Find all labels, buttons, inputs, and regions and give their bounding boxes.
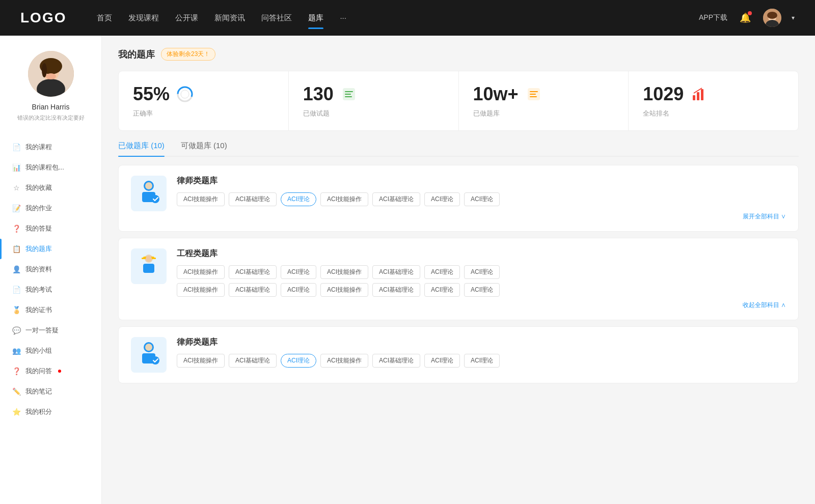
sidebar-item-exam[interactable]: 📄 我的考试	[0, 279, 101, 300]
nav-more[interactable]: ···	[340, 11, 346, 25]
stats-row: 55% 正确率 130	[118, 71, 799, 131]
stat-label-correct: 正确率	[133, 109, 274, 118]
tag-3-4[interactable]: ACI技能操作	[320, 354, 368, 368]
tag-3-3[interactable]: ACI理论	[281, 354, 316, 368]
user-menu-chevron[interactable]: ▾	[792, 14, 795, 21]
nav-open-course[interactable]: 公开课	[175, 11, 198, 25]
qbank-tags-2-row1: ACI技能操作 ACI基础理论 ACI理论 ACI技能操作 ACI基础理论 AC…	[177, 265, 786, 279]
sidebar-item-one-on-one[interactable]: 💬 一对一答疑	[0, 320, 101, 341]
trial-badge: 体验剩余23天！	[161, 48, 215, 61]
svg-point-32	[146, 256, 152, 262]
logo: LOGO	[20, 10, 66, 26]
tag-2-1-6[interactable]: ACI理论	[424, 265, 460, 279]
sidebar-item-course-package[interactable]: 📊 我的课程包...	[0, 157, 101, 178]
main-content: 我的题库 体验剩余23天！ 55% 正确率	[102, 36, 815, 504]
qbank-icon-lawyer-3	[131, 337, 167, 373]
pie-chart-icon	[176, 85, 194, 103]
tag-2-1-5[interactable]: ACI基础理论	[372, 265, 420, 279]
sidebar-item-label: 我的课程	[25, 143, 52, 152]
tag-3-2[interactable]: ACI基础理论	[229, 354, 277, 368]
profile-icon: 👤	[12, 265, 20, 273]
app-download-button[interactable]: APP下载	[699, 13, 727, 22]
tag-2-2-7[interactable]: ACI理论	[464, 283, 500, 297]
favorites-icon: ☆	[12, 184, 20, 192]
tag-1-5[interactable]: ACI基础理论	[372, 192, 420, 206]
qbank-tags-2-row2: ACI技能操作 ACI基础理论 ACI理论 ACI技能操作 ACI基础理论 AC…	[177, 283, 786, 297]
stat-label-ranking: 全站排名	[643, 109, 784, 118]
user-avatar-header[interactable]	[763, 9, 781, 27]
sidebar-item-label: 我的资料	[25, 265, 52, 274]
tag-2-2-5[interactable]: ACI基础理论	[372, 283, 420, 297]
tabs-row: 已做题库 (10) 可做题库 (10)	[118, 141, 799, 157]
stat-top: 130	[303, 83, 444, 105]
course-icon: 📄	[12, 143, 20, 151]
sidebar-item-homework[interactable]: 📝 我的作业	[0, 198, 101, 218]
tag-1-7[interactable]: ACI理论	[464, 192, 500, 206]
tag-1-4[interactable]: ACI技能操作	[320, 192, 368, 206]
svg-rect-16	[345, 96, 352, 97]
tab-available[interactable]: 可做题库 (10)	[181, 141, 227, 156]
notification-badge	[748, 11, 752, 15]
expand-link-1[interactable]: 展开全部科目 ∨	[177, 210, 786, 221]
course-package-icon: 📊	[12, 163, 20, 172]
sidebar: Brian Harris 错误的决定比没有决定要好 📄 我的课程 📊 我的课程包…	[0, 36, 102, 504]
tag-2-2-1[interactable]: ACI技能操作	[177, 283, 225, 297]
tag-2-1-1[interactable]: ACI技能操作	[177, 265, 225, 279]
sidebar-item-qa[interactable]: ❓ 我的答疑	[0, 218, 101, 239]
sidebar-item-label: 我的作业	[25, 204, 52, 213]
tag-2-2-4[interactable]: ACI技能操作	[320, 283, 368, 297]
nav-discover[interactable]: 发现课程	[128, 11, 159, 25]
sidebar-item-points[interactable]: ⭐ 我的积分	[0, 402, 101, 422]
sidebar-item-question-bank[interactable]: 📋 我的题库	[0, 239, 101, 259]
collapse-link-2[interactable]: 收起全部科目 ∧	[177, 301, 786, 310]
sidebar-item-certificate[interactable]: 🏅 我的证书	[0, 300, 101, 320]
qbank-card-3: 律师类题库 ACI技能操作 ACI基础理论 ACI理论 ACI技能操作 ACI基…	[118, 326, 799, 383]
tag-1-1[interactable]: ACI技能操作	[177, 192, 225, 206]
qbank-content-2: 工程类题库 ACI技能操作 ACI基础理论 ACI理论 ACI技能操作 ACI基…	[177, 248, 786, 310]
tag-1-2[interactable]: ACI基础理论	[229, 192, 277, 206]
points-icon: ⭐	[12, 408, 20, 416]
tag-2-2-3[interactable]: ACI理论	[281, 283, 316, 297]
tag-2-1-7[interactable]: ACI理论	[464, 265, 500, 279]
svg-point-7	[42, 63, 47, 77]
nav-qa[interactable]: 问答社区	[261, 11, 292, 25]
tag-3-6[interactable]: ACI理论	[424, 354, 460, 368]
tag-2-1-2[interactable]: ACI基础理论	[229, 265, 277, 279]
sidebar-item-label: 我的证书	[25, 305, 52, 315]
notification-bell[interactable]	[738, 10, 753, 25]
tag-3-1[interactable]: ACI技能操作	[177, 354, 225, 368]
tag-3-7[interactable]: ACI理论	[464, 354, 500, 368]
qbank-tags-3: ACI技能操作 ACI基础理论 ACI理论 ACI技能操作 ACI基础理论 AC…	[177, 354, 786, 368]
tag-2-2-6[interactable]: ACI理论	[424, 283, 460, 297]
qbank-title-2: 工程类题库	[177, 248, 786, 259]
tag-2-1-4[interactable]: ACI技能操作	[320, 265, 368, 279]
qbank-icon-engineer	[131, 248, 167, 284]
tag-1-3[interactable]: ACI理论	[281, 192, 316, 206]
svg-rect-14	[345, 91, 353, 92]
stat-value-correct: 55%	[133, 83, 170, 105]
tab-done[interactable]: 已做题库 (10)	[118, 141, 165, 156]
sidebar-item-notes[interactable]: ✏️ 我的笔记	[0, 381, 101, 402]
tag-3-5[interactable]: ACI基础理论	[372, 354, 420, 368]
svg-rect-23	[701, 89, 703, 100]
tag-1-6[interactable]: ACI理论	[424, 192, 460, 206]
qbank-title-1: 律师类题库	[177, 176, 786, 186]
sidebar-item-group[interactable]: 👥 我的小组	[0, 341, 101, 361]
stat-ranking: 1029 全站排名	[629, 71, 798, 130]
stat-top: 55%	[133, 83, 274, 105]
sidebar-item-favorites[interactable]: ☆ 我的收藏	[0, 178, 101, 198]
sidebar-item-profile[interactable]: 👤 我的资料	[0, 259, 101, 279]
header-right: APP下载 ▾	[699, 9, 795, 27]
sidebar-item-course[interactable]: 📄 我的课程	[0, 137, 101, 157]
nav-news[interactable]: 新闻资讯	[214, 11, 245, 25]
tag-2-2-2[interactable]: ACI基础理论	[229, 283, 277, 297]
stat-done-banks: 10w+ 已做题库	[459, 71, 629, 130]
nav-home[interactable]: 首页	[97, 11, 112, 25]
sidebar-item-label: 我的答疑	[25, 224, 52, 233]
my-qa-icon: ❓	[12, 367, 20, 375]
sidebar-item-my-qa[interactable]: ❓ 我的问答	[0, 361, 101, 381]
svg-point-35	[145, 344, 152, 351]
tag-2-1-3[interactable]: ACI理论	[281, 265, 316, 279]
nav-question-bank[interactable]: 题库	[308, 11, 323, 25]
svg-point-12	[181, 90, 189, 98]
